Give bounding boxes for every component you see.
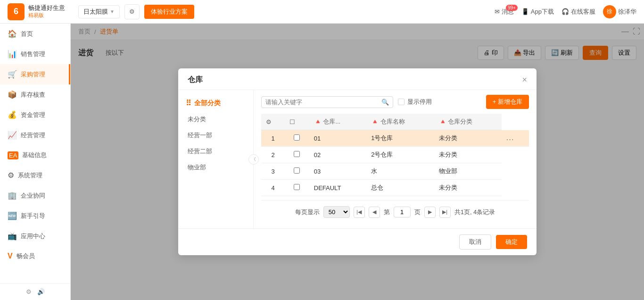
sidebar-item-system[interactable]: ⚙ 系统管理 — [0, 165, 70, 185]
row-actions[interactable]: ... — [502, 130, 529, 147]
next-page-button[interactable]: ▶ — [424, 207, 436, 218]
app-sub: 精易版 — [28, 12, 65, 19]
show-disabled-label[interactable]: 显示停用 — [398, 98, 432, 106]
search-input-wrap: 🔍 — [261, 96, 393, 108]
headset-icon: 🎧 — [561, 8, 569, 15]
sidebar-item-purchase[interactable]: 🛒 采购管理 — [0, 64, 70, 84]
warehouse-table: ⚙ ☐ 🔺 仓库... 🔺 仓库名称 🔺 仓库分类 1 01 1号仓库 — [261, 114, 529, 196]
message-badge: 99+ — [506, 5, 518, 11]
modal-header: 仓库 × — [178, 68, 537, 90]
table-row[interactable]: 4 DEFAULT 总仓 未分类 — [261, 180, 529, 196]
apps-icon: 📺 — [8, 232, 17, 241]
row-category: 未分类 — [434, 147, 502, 163]
category-panel: ⠿ 全部分类 未分类 经营一部 经营二部 物业部 《 — [178, 90, 254, 228]
col-checkbox: ☐ — [285, 114, 309, 130]
sidebar-label-info: 基础信息 — [22, 151, 47, 159]
main-layout: 🏠 首页 📊 销售管理 🛒 采购管理 📦 库存核查 💰 资金管理 📈 经营管理 … — [0, 24, 644, 300]
show-disabled-checkbox[interactable] — [398, 99, 405, 105]
page-input[interactable] — [394, 207, 411, 217]
category-operations-1[interactable]: 经营一部 — [178, 127, 253, 143]
message-button[interactable]: ✉ 消息 99+ — [495, 8, 514, 16]
all-category-button[interactable]: ⠿ 全部分类 — [178, 95, 253, 111]
col-settings: ⚙ — [261, 114, 285, 130]
prev-page-button[interactable]: ◀ — [369, 207, 380, 218]
sidebar-label-system: 系统管理 — [18, 171, 42, 180]
page-prefix-label: 第 — [384, 208, 390, 217]
sidebar-label-apps: 应用中心 — [21, 232, 45, 241]
store-name: 日太阳膜 — [83, 8, 108, 16]
sidebar-item-home[interactable]: 🏠 首页 — [0, 24, 70, 44]
enterprise-icon: 🏢 — [8, 191, 17, 200]
settings-icon[interactable]: ⚙ — [26, 288, 32, 295]
logo-text-block: 畅捷通好生意 精易版 — [28, 4, 65, 19]
app-download-button[interactable]: 📱 App下载 — [521, 8, 554, 16]
cancel-button[interactable]: 取消 — [459, 234, 491, 250]
row-checkbox[interactable] — [285, 147, 309, 163]
user-profile[interactable]: 徐 徐泽华 — [603, 5, 636, 18]
gear-button[interactable]: ⚙ — [124, 4, 140, 19]
row-category: 物业部 — [434, 163, 502, 180]
sidebar-label-purchase: 采购管理 — [21, 70, 45, 79]
info-icon: EA — [8, 151, 18, 159]
gear-icon: ⚙ — [129, 8, 135, 15]
row-name: 1号仓库 — [366, 130, 434, 147]
sidebar-item-inventory[interactable]: 📦 库存核查 — [0, 84, 70, 105]
first-page-button[interactable]: |◀ — [354, 207, 365, 218]
sidebar-item-enterprise[interactable]: 🏢 企业协同 — [0, 185, 70, 206]
page-summary: 共1页, 4条记录 — [454, 208, 495, 217]
row-checkbox[interactable] — [285, 163, 309, 180]
table-panel: 🔍 显示停用 + 新增仓库 ⚙ — [254, 90, 537, 228]
sidebar-label-inventory: 库存核查 — [21, 91, 45, 99]
modal-body: ⠿ 全部分类 未分类 经营一部 经营二部 物业部 《 — [178, 90, 537, 228]
trial-button[interactable]: 体验行业方案 — [144, 5, 194, 19]
warehouse-modal: 仓库 × ⠿ 全部分类 未分类 经营一部 经营二部 物业部 — [178, 68, 537, 255]
row-num: 2 — [261, 147, 285, 163]
message-icon: ✉ — [495, 8, 500, 15]
row-checkbox[interactable] — [285, 180, 309, 196]
table-row[interactable]: 2 02 2号仓库 未分类 — [261, 147, 529, 163]
speaker-icon[interactable]: 🔊 — [37, 288, 45, 295]
category-unclassified[interactable]: 未分类 — [178, 111, 253, 127]
sidebar-item-apps[interactable]: 📺 应用中心 — [0, 226, 70, 246]
sidebar-item-member[interactable]: V 畅会员 — [0, 246, 70, 266]
per-page-label: 每页显示 — [295, 208, 320, 217]
category-property[interactable]: 物业部 — [178, 159, 253, 175]
sidebar-item-finance[interactable]: 💰 资金管理 — [0, 105, 70, 125]
table-row[interactable]: 1 01 1号仓库 未分类 ... — [261, 130, 529, 147]
table-row[interactable]: 3 03 水 物业部 — [261, 163, 529, 180]
row-name: 2号仓库 — [366, 147, 434, 163]
col-name-header: 🔺 仓库名称 — [366, 114, 434, 130]
last-page-button[interactable]: ▶| — [439, 207, 451, 218]
col-category-header: 🔺 仓库分类 — [434, 114, 502, 130]
sidebar-item-info[interactable]: EA 基础信息 — [0, 145, 70, 165]
confirm-button[interactable]: 确定 — [496, 235, 527, 249]
guide-icon: 🆕 — [8, 211, 17, 220]
chevron-down-icon: ▼ — [110, 9, 115, 14]
sidebar-label-operation: 经营管理 — [21, 131, 45, 140]
header-right: ✉ 消息 99+ 📱 App下载 🎧 在线客服 徐 徐泽华 — [495, 5, 636, 18]
store-selector[interactable]: 日太阳膜 ▼ — [78, 5, 120, 18]
sidebar-item-sales[interactable]: 📊 销售管理 — [0, 44, 70, 64]
search-input[interactable] — [265, 99, 381, 106]
modal-close-button[interactable]: × — [522, 75, 527, 85]
collapse-button[interactable]: 《 — [248, 154, 259, 165]
sidebar-item-guide[interactable]: 🆕 新手引导 — [0, 206, 70, 226]
grid-icon: ⠿ — [186, 99, 191, 108]
logo-icon: 6 — [8, 3, 25, 20]
sidebar-item-operation[interactable]: 📈 经营管理 — [0, 125, 70, 145]
finance-icon: 💰 — [8, 110, 17, 119]
row-name: 总仓 — [366, 180, 434, 196]
sidebar-label-member: 畅会员 — [17, 252, 35, 260]
online-service-button[interactable]: 🎧 在线客服 — [561, 8, 595, 16]
row-num: 4 — [261, 180, 285, 196]
online-service-label: 在线客服 — [571, 8, 595, 16]
category-operations-2[interactable]: 经营二部 — [178, 143, 253, 159]
row-checkbox[interactable] — [285, 130, 309, 147]
modal-footer: 取消 确定 — [178, 228, 537, 255]
search-icon[interactable]: 🔍 — [381, 99, 389, 106]
per-page-select[interactable]: 50 20 100 — [323, 206, 350, 218]
add-warehouse-button[interactable]: + 新增仓库 — [486, 95, 529, 109]
sidebar-label-home: 首页 — [21, 30, 33, 38]
app-name: 畅捷通好生意 — [28, 4, 65, 12]
show-disabled-text: 显示停用 — [407, 98, 432, 106]
